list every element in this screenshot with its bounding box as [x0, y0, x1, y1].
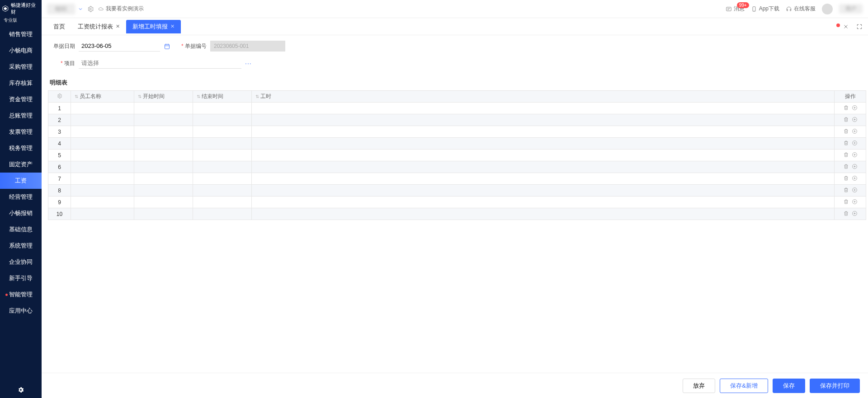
- cell-name[interactable]: [71, 173, 134, 185]
- sidebar-item-tax[interactable]: 税务管理: [0, 140, 42, 156]
- calendar-icon[interactable]: [164, 43, 170, 50]
- sidebar-item-guide[interactable]: 新手引导: [0, 270, 42, 286]
- close-all-icon[interactable]: [841, 22, 851, 32]
- cell-start[interactable]: [134, 114, 193, 126]
- delete-row-icon[interactable]: [843, 187, 849, 193]
- sidebar-item-assets[interactable]: 固定资产: [0, 156, 42, 173]
- date-input[interactable]: [79, 41, 160, 52]
- demo-link[interactable]: 我要看实例演示: [98, 5, 144, 13]
- cell-hours[interactable]: [252, 173, 835, 185]
- th-hours[interactable]: ⇅工时: [252, 91, 835, 103]
- cell-name[interactable]: [71, 150, 134, 161]
- cell-hours[interactable]: [252, 126, 835, 138]
- delete-row-icon[interactable]: [843, 140, 849, 146]
- messages-button[interactable]: 消息 99+: [726, 5, 745, 13]
- cell-start[interactable]: [134, 150, 193, 161]
- add-row-icon[interactable]: [852, 152, 858, 158]
- sidebar-item-ecommerce[interactable]: 小畅电商: [0, 42, 42, 59]
- cell-end[interactable]: [193, 114, 252, 126]
- sidebar-item-purchase[interactable]: 采购管理: [0, 59, 42, 75]
- cell-name[interactable]: [71, 138, 134, 150]
- cell-start[interactable]: [134, 208, 193, 220]
- sidebar-item-collab[interactable]: 企业协同: [0, 254, 42, 270]
- sidebar-item-operations[interactable]: 经营管理: [0, 189, 42, 205]
- cell-name[interactable]: [71, 197, 134, 208]
- cell-start[interactable]: [134, 138, 193, 150]
- cell-hours[interactable]: [252, 138, 835, 150]
- save-print-button[interactable]: 保存并打印: [810, 379, 860, 393]
- sidebar-item-salary[interactable]: 工资: [0, 173, 42, 189]
- cell-start[interactable]: [134, 103, 193, 114]
- fullscreen-icon[interactable]: [854, 22, 864, 32]
- cell-end[interactable]: [193, 150, 252, 161]
- cell-end[interactable]: [193, 138, 252, 150]
- delete-row-icon[interactable]: [843, 128, 849, 134]
- cell-end[interactable]: [193, 173, 252, 185]
- cell-end[interactable]: [193, 126, 252, 138]
- ellipsis-icon[interactable]: ···: [245, 60, 252, 67]
- save-button[interactable]: 保存: [773, 379, 805, 393]
- delete-row-icon[interactable]: [843, 105, 849, 111]
- cell-end[interactable]: [193, 185, 252, 197]
- cell-start[interactable]: [134, 197, 193, 208]
- sidebar-settings[interactable]: [0, 382, 42, 398]
- add-row-icon[interactable]: [852, 187, 858, 193]
- avatar[interactable]: [822, 4, 833, 14]
- cell-end[interactable]: [193, 161, 252, 173]
- cell-hours[interactable]: [252, 103, 835, 114]
- sidebar-item-funds[interactable]: 资金管理: [0, 91, 42, 108]
- cell-end[interactable]: [193, 208, 252, 220]
- tab-salary-report[interactable]: 工资统计报表 ✕: [71, 20, 126, 33]
- download-button[interactable]: App下载: [751, 5, 779, 13]
- tab-new-timesheet[interactable]: 新增工时填报 ✕: [126, 20, 181, 33]
- add-row-icon[interactable]: [852, 199, 858, 205]
- th-name[interactable]: ⇅员工名称: [71, 91, 134, 103]
- add-row-icon[interactable]: [852, 175, 858, 181]
- table-settings-header[interactable]: [48, 91, 71, 103]
- cell-start[interactable]: [134, 185, 193, 197]
- cell-hours[interactable]: [252, 197, 835, 208]
- sidebar-item-invoice[interactable]: 发票管理: [0, 124, 42, 140]
- add-row-icon[interactable]: [852, 128, 858, 134]
- discard-button[interactable]: 放弃: [683, 379, 715, 393]
- cell-start[interactable]: [134, 161, 193, 173]
- cell-hours[interactable]: [252, 161, 835, 173]
- delete-row-icon[interactable]: [843, 152, 849, 158]
- cell-hours[interactable]: [252, 208, 835, 220]
- delete-row-icon[interactable]: [843, 117, 849, 122]
- add-row-icon[interactable]: [852, 140, 858, 146]
- cell-end[interactable]: [193, 197, 252, 208]
- tab-home[interactable]: 首页: [47, 20, 71, 33]
- cell-start[interactable]: [134, 126, 193, 138]
- sidebar-item-smart[interactable]: 智能管理: [0, 286, 42, 303]
- project-select[interactable]: [79, 58, 241, 69]
- delete-row-icon[interactable]: [843, 211, 849, 216]
- add-row-icon[interactable]: [852, 164, 858, 169]
- cell-end[interactable]: [193, 103, 252, 114]
- close-icon[interactable]: ✕: [170, 23, 175, 29]
- settings-icon[interactable]: [87, 5, 94, 13]
- delete-row-icon[interactable]: [843, 164, 849, 169]
- sidebar-item-ledger[interactable]: 总账管理: [0, 108, 42, 124]
- add-row-icon[interactable]: [852, 117, 858, 122]
- close-icon[interactable]: ✕: [116, 23, 120, 29]
- cell-hours[interactable]: [252, 185, 835, 197]
- sidebar-item-inventory[interactable]: 库存核算: [0, 75, 42, 91]
- sidebar-item-sales[interactable]: 销售管理: [0, 26, 42, 42]
- cell-name[interactable]: [71, 185, 134, 197]
- cell-name[interactable]: [71, 208, 134, 220]
- cell-hours[interactable]: [252, 150, 835, 161]
- th-start[interactable]: ⇅开始时间: [134, 91, 193, 103]
- cell-name[interactable]: [71, 103, 134, 114]
- delete-row-icon[interactable]: [843, 175, 849, 181]
- cell-name[interactable]: [71, 161, 134, 173]
- sidebar-item-expense[interactable]: 小畅报销: [0, 205, 42, 221]
- th-end[interactable]: ⇅结束时间: [193, 91, 252, 103]
- cell-name[interactable]: [71, 114, 134, 126]
- org-selector[interactable]: 组织: [47, 4, 83, 14]
- support-button[interactable]: 在线客服: [786, 5, 816, 13]
- cell-hours[interactable]: [252, 114, 835, 126]
- add-row-icon[interactable]: [852, 211, 858, 216]
- cell-name[interactable]: [71, 126, 134, 138]
- delete-row-icon[interactable]: [843, 199, 849, 205]
